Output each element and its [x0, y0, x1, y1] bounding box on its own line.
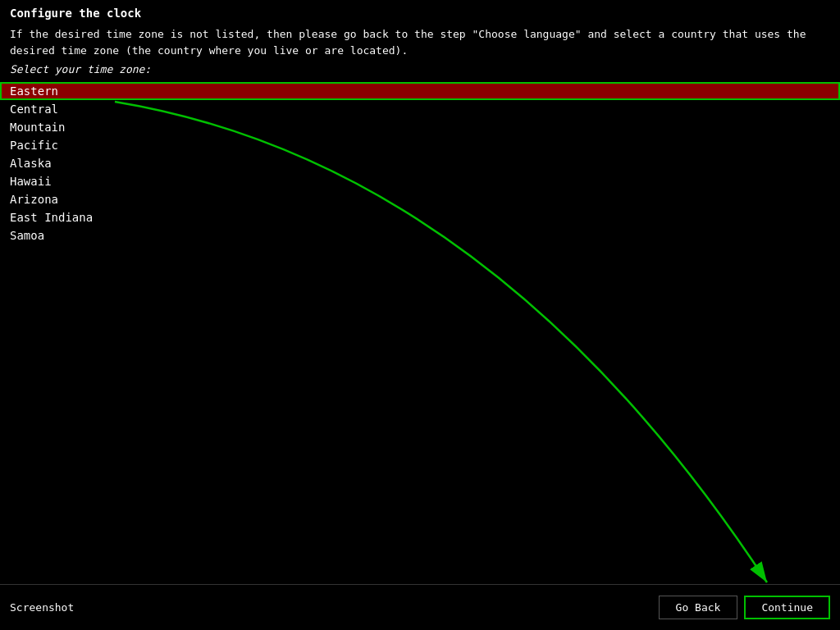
timezone-item-hawaii[interactable]: Hawaii [0, 172, 840, 190]
timezone-item-samoa[interactable]: Samoa [0, 226, 840, 244]
main-container: Configure the clock If the desired time … [0, 0, 840, 630]
timezone-list: EasternCentralMountainPacificAlaskaHawai… [0, 82, 840, 584]
timezone-item-arizona[interactable]: Arizona [0, 190, 840, 208]
screenshot-label: Screenshot [10, 601, 74, 614]
timezone-item-east-indiana[interactable]: East Indiana [0, 208, 840, 226]
description-text: If the desired time zone is not listed, … [10, 26, 830, 58]
timezone-item-eastern[interactable]: Eastern [0, 82, 840, 100]
header: Configure the clock If the desired time … [0, 0, 840, 82]
footer: Screenshot Go Back Continue [0, 584, 840, 630]
page-title: Configure the clock [10, 7, 830, 20]
timezone-item-mountain[interactable]: Mountain [0, 118, 840, 136]
continue-button[interactable]: Continue [744, 596, 830, 619]
go-back-button[interactable]: Go Back [659, 596, 738, 619]
timezone-item-alaska[interactable]: Alaska [0, 154, 840, 172]
timezone-item-pacific[interactable]: Pacific [0, 136, 840, 154]
footer-buttons: Go Back Continue [659, 596, 830, 619]
timezone-item-central[interactable]: Central [0, 100, 840, 118]
select-label: Select your time zone: [10, 63, 830, 75]
